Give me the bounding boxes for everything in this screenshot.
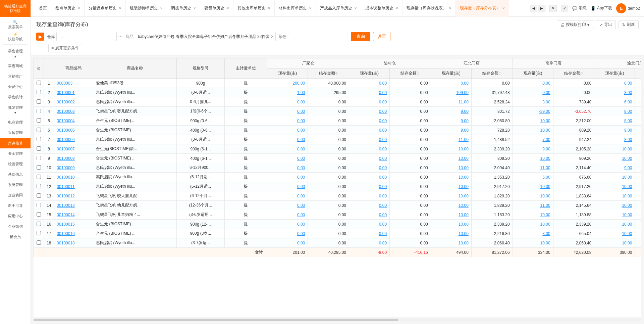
tab-product-inbound[interactable]: 产成品入库单历史 ✕	[316, 0, 361, 17]
color-input[interactable]	[288, 32, 348, 41]
na-qty-cell[interactable]: 10.00	[513, 116, 553, 126]
sidebar-item-corp-wechat[interactable]: 企业微信	[0, 221, 31, 232]
info-icon[interactable]: ①	[580, 72, 583, 75]
sidebar-item-retail-stats[interactable]: 零售统计	[0, 92, 31, 102]
factory-qty-cell[interactable]: 0.00	[267, 201, 308, 210]
jb-qty-cell[interactable]: 10.00	[431, 210, 471, 220]
factory-qty-cell[interactable]: 0.00	[267, 126, 308, 135]
close-icon[interactable]: ✕	[309, 6, 312, 10]
row-checkbox[interactable]	[34, 163, 44, 173]
lucun-qty-cell[interactable]: 0.00	[349, 229, 390, 238]
nav-prev-button[interactable]: ◀	[530, 5, 537, 12]
product-code-cell[interactable]: 00100016	[54, 229, 93, 238]
close-icon[interactable]: ✕	[160, 6, 163, 10]
jb-qty-cell[interactable]: 10.00	[431, 238, 471, 248]
factory-qty-cell[interactable]: 0.00	[267, 210, 308, 220]
yb-qty-cell[interactable]: 10.00	[594, 210, 635, 220]
na-qty-cell[interactable]: 10.00	[513, 154, 553, 163]
row-checkbox[interactable]	[34, 88, 44, 97]
col-settings[interactable]: ⚙	[34, 58, 44, 79]
lucun-qty-cell[interactable]: 0.00	[349, 154, 390, 163]
info-icon[interactable]: ①	[498, 72, 501, 75]
warehouse-input[interactable]	[56, 32, 117, 41]
close-icon[interactable]: ✕	[502, 6, 505, 10]
sidebar-item-company[interactable]: 企业协同	[0, 190, 31, 200]
jb-qty-cell[interactable]: 10.00	[431, 144, 471, 154]
row-checkbox[interactable]	[34, 210, 44, 220]
na-qty-cell[interactable]: 0.00	[513, 79, 553, 88]
yb-qty-cell[interactable]: 10.00	[594, 173, 635, 182]
row-checkbox[interactable]	[34, 173, 44, 182]
yb-qty-cell[interactable]: 10.00	[594, 191, 635, 201]
na-qty-cell[interactable]: 0.00	[513, 88, 553, 97]
na-qty-cell[interactable]: 11.00	[513, 201, 553, 210]
jb-qty-cell[interactable]: 10.00	[431, 173, 471, 182]
expand-conditions-button[interactable]: ≡ 展开更多条件	[48, 44, 82, 52]
lucun-qty-cell[interactable]: 0.00	[349, 79, 390, 88]
factory-qty-cell[interactable]: 0.00	[267, 144, 308, 154]
lucun-qty-cell[interactable]: 0.00	[349, 182, 390, 191]
tab-stocktake[interactable]: 盘点单历史 ✕	[51, 0, 85, 17]
lucun-qty-cell[interactable]: 0.00	[349, 173, 390, 182]
product-code-cell[interactable]: 0000003	[54, 79, 93, 88]
sidebar-item-basic[interactable]: 基础信息	[0, 169, 31, 180]
row-checkbox[interactable]	[34, 154, 44, 163]
lucun-qty-cell[interactable]: 0.00	[349, 238, 390, 248]
factory-qty-cell[interactable]: 0.00	[267, 182, 308, 191]
factory-qty-cell[interactable]: 0.00	[267, 154, 308, 163]
jb-qty-cell[interactable]: 10.00	[431, 201, 471, 210]
jb-qty-cell[interactable]: 10.00	[431, 229, 471, 238]
jb-qty-cell[interactable]: 9.00	[431, 107, 471, 116]
close-icon[interactable]: ✕	[268, 6, 270, 10]
scrollbar-thumb[interactable]	[34, 319, 398, 321]
factory-qty-cell[interactable]: 0.00	[267, 135, 308, 144]
tab-transfer[interactable]: 调拨单历史 ✕	[167, 0, 200, 17]
row-checkbox[interactable]	[34, 97, 44, 107]
factory-qty-cell[interactable]: 0.00	[267, 238, 308, 248]
lucun-qty-cell[interactable]: 0.00	[349, 116, 390, 126]
factory-qty-cell[interactable]: 0.00	[267, 220, 308, 229]
sidebar-search[interactable]: 🔍 搜索英单	[8, 17, 23, 31]
tab-cost-adjust[interactable]: 成本调整单历史 ✕	[361, 0, 402, 17]
sidebar-item-app-center[interactable]: 应用中心	[0, 211, 31, 221]
jb-qty-cell[interactable]: 0.00	[431, 79, 471, 88]
settings-button[interactable]: 设置	[373, 32, 390, 41]
row-checkbox[interactable]	[34, 107, 44, 116]
row-checkbox[interactable]	[34, 116, 44, 126]
print-button[interactable]: 🖨 按模版打印 ▾	[557, 20, 593, 29]
horizontal-scrollbar[interactable]	[34, 319, 641, 321]
na-qty-cell[interactable]: 9.00	[513, 144, 553, 154]
jb-qty-cell[interactable]: 10.00	[431, 182, 471, 191]
close-icon[interactable]: ✕	[354, 6, 357, 10]
factory-qty-cell[interactable]: 0.00	[267, 107, 308, 116]
yb-qty-cell[interactable]: 8.00	[594, 135, 635, 144]
sidebar-item-wholesale[interactable]: 批发管理 ▼	[0, 102, 31, 117]
row-checkbox[interactable]	[34, 79, 44, 88]
message-button[interactable]: 💬 消息	[572, 5, 587, 11]
product-code-cell[interactable]: 00100013	[54, 201, 93, 210]
product-code-cell[interactable]: 00100008	[54, 154, 93, 163]
close-icon[interactable]: ✕	[449, 6, 451, 10]
sidebar-item-finance[interactable]: 资金管理	[0, 148, 31, 159]
row-checkbox[interactable]	[34, 229, 44, 238]
lucun-qty-cell[interactable]: 0.00	[349, 144, 390, 154]
yb-qty-cell[interactable]: 10.00	[594, 238, 635, 248]
factory-qty-cell[interactable]: 0.00	[267, 229, 308, 238]
lucun-qty-cell[interactable]: 0.00	[349, 135, 390, 144]
product-code-cell[interactable]: 00100015	[54, 220, 93, 229]
jb-qty-cell[interactable]: 11.00	[431, 97, 471, 107]
sidebar-item-member[interactable]: 会员中心	[0, 82, 31, 92]
info-icon[interactable]: ①	[335, 72, 338, 75]
yb-qty-cell[interactable]: 9.00	[594, 126, 635, 135]
jb-qty-cell[interactable]: 10.00	[431, 154, 471, 163]
tab-inventory-status[interactable]: 现存量（库存状况表） ✕	[402, 0, 456, 17]
lucun-qty-cell[interactable]: 0.00	[349, 97, 390, 107]
jb-qty-cell[interactable]: 9.00	[431, 126, 471, 135]
yb-qty-cell[interactable]: 9.00	[594, 163, 635, 173]
product-code-cell[interactable]: 00100004	[54, 116, 93, 126]
tab-home[interactable]: 首页	[35, 0, 51, 17]
jb-qty-cell[interactable]: 10.00	[431, 163, 471, 173]
product-code-cell[interactable]: 00100007	[54, 144, 93, 154]
jb-qty-cell[interactable]: 10.00	[431, 220, 471, 229]
row-checkbox[interactable]	[34, 144, 44, 154]
